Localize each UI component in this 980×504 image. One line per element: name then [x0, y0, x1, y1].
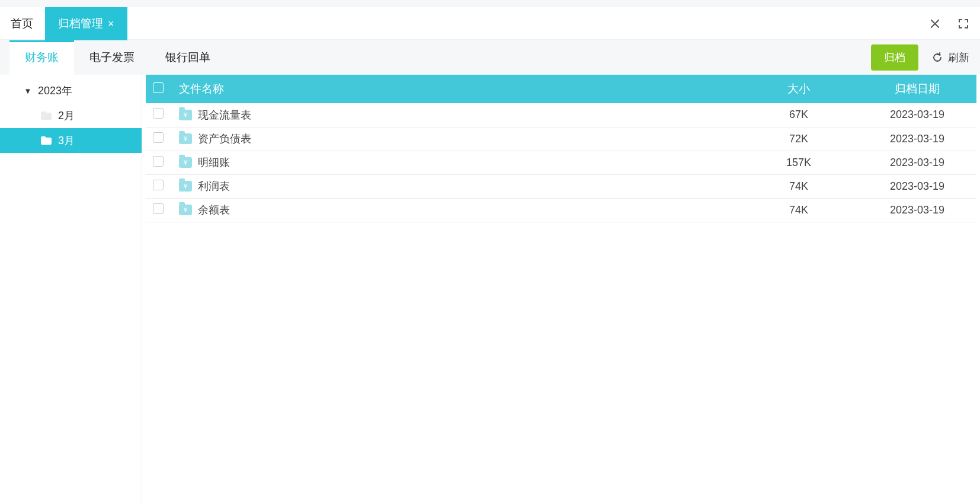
archive-button-label: 归档: [884, 52, 905, 63]
subtabs-row: 财务账 电子发票 银行回单 归档 刷新: [0, 40, 980, 75]
workarea: ▼ 2023年 2月 3月: [0, 75, 980, 504]
file-name[interactable]: 现金流量表: [198, 108, 251, 122]
fullscreen-icon: [957, 18, 969, 30]
year-tree: ▼ 2023年 2月 3月: [0, 75, 142, 153]
subtab-finance[interactable]: 财务账: [9, 40, 74, 75]
header-checkbox-cell: [146, 75, 172, 103]
file-date: 2023-03-19: [858, 103, 976, 127]
tree-year-label: 2023年: [38, 84, 72, 98]
subtabs: 财务账 电子发票 银行回单: [9, 40, 226, 75]
row-checkbox[interactable]: [153, 180, 164, 190]
table-row[interactable]: 明细账157K2023-03-19: [146, 151, 976, 174]
subtab-label: 银行回单: [165, 50, 210, 65]
file-size: 67K: [739, 103, 858, 127]
file-name-cell: 余额表: [172, 198, 739, 222]
refresh-button[interactable]: 刷新: [931, 50, 969, 65]
folder-icon: [40, 136, 52, 145]
close-icon: [929, 18, 941, 30]
file-size: 74K: [739, 198, 858, 222]
folder-money-icon: [179, 157, 192, 168]
window-tabs-bar: 首页 归档管理 ×: [0, 7, 980, 40]
file-date: 2023-03-19: [858, 174, 976, 198]
file-date: 2023-03-19: [858, 198, 976, 222]
folder-money-icon: [179, 110, 192, 120]
file-name-cell: 现金流量表: [172, 103, 739, 127]
archive-button[interactable]: 归档: [871, 44, 918, 71]
file-name[interactable]: 资产负债表: [198, 132, 251, 146]
col-header-size[interactable]: 大小: [739, 75, 858, 103]
row-checkbox-cell: [146, 174, 172, 198]
subtab-label: 财务账: [25, 50, 59, 65]
window-tab-archive-label: 归档管理: [58, 16, 103, 31]
window-tabs-right: [924, 7, 974, 40]
header-spacer: [0, 0, 980, 7]
folder-money-icon: [179, 205, 192, 215]
row-checkbox[interactable]: [153, 203, 164, 214]
col-header-name[interactable]: 文件名称: [172, 75, 739, 103]
file-table-body: 现金流量表67K2023-03-19资产负债表72K2023-03-19明细账1…: [146, 103, 976, 222]
row-checkbox-cell: [146, 198, 172, 222]
tree-node-month[interactable]: 3月: [0, 128, 142, 153]
subtab-label: 电子发票: [89, 50, 134, 65]
file-name-cell: 利润表: [172, 174, 739, 198]
file-name-cell: 资产负债表: [172, 127, 739, 151]
file-name-cell: 明细账: [172, 151, 739, 174]
select-all-checkbox[interactable]: [153, 82, 164, 93]
subtab-bank-receipt[interactable]: 银行回单: [150, 40, 226, 75]
row-checkbox-cell: [146, 151, 172, 174]
table-row[interactable]: 现金流量表67K2023-03-19: [146, 103, 976, 127]
table-row[interactable]: 利润表74K2023-03-19: [146, 174, 976, 198]
file-table: 文件名称 大小 归档日期 现金流量表67K2023-03-19资产负债表72K2…: [146, 75, 976, 222]
refresh-icon: [931, 52, 943, 63]
close-window-button[interactable]: [924, 13, 946, 34]
row-checkbox-cell: [146, 127, 172, 151]
close-icon[interactable]: ×: [108, 18, 114, 29]
file-name[interactable]: 利润表: [198, 179, 230, 193]
file-table-wrap: 文件名称 大小 归档日期 现金流量表67K2023-03-19资产负债表72K2…: [142, 75, 980, 222]
toolbar-actions: 归档 刷新: [871, 40, 969, 75]
table-row[interactable]: 余额表74K2023-03-19: [146, 198, 976, 222]
content: 文件名称 大小 归档日期 现金流量表67K2023-03-19资产负债表72K2…: [142, 75, 980, 504]
app-root: 首页 归档管理 × 财务账 电子发票: [0, 0, 980, 504]
fullscreen-button[interactable]: [953, 13, 974, 34]
row-checkbox[interactable]: [153, 156, 164, 167]
file-date: 2023-03-19: [858, 127, 976, 151]
window-tab-home[interactable]: 首页: [0, 7, 45, 40]
row-checkbox[interactable]: [153, 108, 164, 119]
row-checkbox-cell: [146, 103, 172, 127]
file-size: 74K: [739, 174, 858, 198]
file-name[interactable]: 余额表: [198, 203, 230, 217]
tree-node-month[interactable]: 2月: [0, 103, 142, 128]
tree-node-year[interactable]: ▼ 2023年: [0, 78, 142, 103]
file-size: 157K: [739, 151, 858, 174]
sidebar: ▼ 2023年 2月 3月: [0, 75, 142, 504]
file-size: 72K: [739, 127, 858, 151]
window-tab-home-label: 首页: [11, 16, 33, 31]
row-checkbox[interactable]: [153, 132, 164, 143]
folder-money-icon: [179, 133, 192, 144]
subtab-einvoice[interactable]: 电子发票: [74, 40, 150, 75]
folder-icon: [40, 111, 52, 120]
tree-month-label: 3月: [58, 133, 75, 148]
table-row[interactable]: 资产负债表72K2023-03-19: [146, 127, 976, 151]
caret-down-icon: ▼: [24, 87, 32, 95]
main: 文件名称 大小 归档日期 现金流量表67K2023-03-19资产负债表72K2…: [142, 75, 980, 504]
tree-month-label: 2月: [58, 109, 75, 123]
file-date: 2023-03-19: [858, 151, 976, 174]
file-name[interactable]: 明细账: [198, 155, 230, 170]
file-table-head: 文件名称 大小 归档日期: [146, 75, 976, 103]
col-header-date[interactable]: 归档日期: [858, 75, 976, 103]
window-tab-archive[interactable]: 归档管理 ×: [45, 7, 127, 40]
folder-money-icon: [179, 181, 192, 192]
refresh-label: 刷新: [948, 50, 969, 65]
